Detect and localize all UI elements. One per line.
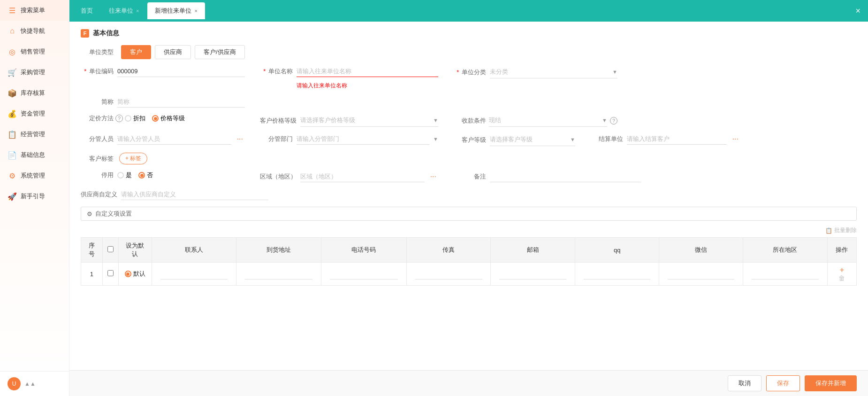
row-default-radio[interactable]	[125, 271, 131, 277]
row-phone-input[interactable]	[330, 268, 397, 280]
row-qq-input[interactable]	[584, 268, 650, 280]
row-fax-input[interactable]	[415, 268, 482, 280]
department-input[interactable]	[297, 133, 429, 145]
row-phone[interactable]	[321, 263, 406, 286]
region-input[interactable]	[300, 171, 425, 182]
pricing-discount-radio[interactable]	[125, 115, 131, 122]
col-action: 操作	[827, 238, 856, 263]
customer-price-select[interactable]: 请选择客户价格等级 ▼	[300, 114, 438, 127]
tab-new-partner[interactable]: 新增往来单位 ×	[147, 2, 205, 19]
row-wechat[interactable]	[659, 263, 743, 286]
col-phone: 电话号码	[321, 238, 406, 263]
pricing-discount-option[interactable]: 折扣	[125, 114, 145, 123]
tab-home[interactable]: 首页	[73, 2, 100, 19]
row-supervisor: 分管人员 ··· 分管部门 ▼ 客户等级 请选择客户等级 ▼ 结算单位	[81, 133, 857, 146]
row-select-checkbox[interactable]	[107, 270, 114, 276]
settlement-input[interactable]	[627, 133, 727, 145]
row-disabled-region: 停用 是 否 区域（地区） ···	[81, 171, 857, 182]
row-contact-input[interactable]	[160, 268, 228, 280]
field-settlement: 结算单位 ···	[590, 133, 740, 145]
row-wechat-input[interactable]	[668, 268, 734, 280]
row-address-input[interactable]	[245, 268, 312, 280]
disabled-no-option[interactable]: 否	[138, 171, 153, 179]
row-location-input[interactable]	[752, 268, 819, 280]
pricing-level-radio[interactable]	[152, 115, 159, 122]
save-button[interactable]: 保存	[766, 375, 800, 391]
sidebar-item-label: 搜索菜单	[21, 6, 45, 15]
cancel-button[interactable]: 取消	[728, 375, 761, 391]
custom-settings-btn[interactable]: ⚙ 自定义项设置	[81, 207, 857, 221]
supplier-custom-input[interactable]	[121, 189, 268, 200]
unit-code-input[interactable]	[117, 66, 245, 77]
sidebar-item-finance[interactable]: 💰 资金管理	[0, 103, 69, 124]
supervisor-more-btn[interactable]: ···	[235, 135, 245, 143]
action-bar: 取消 保存 保存并新增	[69, 370, 868, 396]
remark-input[interactable]	[490, 171, 641, 182]
disabled-no-label: 否	[147, 171, 153, 179]
section-icon: F	[81, 29, 89, 38]
sidebar-item-purchase[interactable]: 🛒 采购管理	[0, 62, 69, 83]
unit-category-arrow: ▼	[612, 69, 617, 75]
sidebar-item-operation[interactable]: 📋 经营管理	[0, 124, 69, 145]
field-customer-price: 客户价格等级 请选择客户价格等级 ▼	[260, 114, 438, 127]
row-contact[interactable]	[152, 263, 236, 286]
unit-type-both-btn[interactable]: 客户/供应商	[195, 45, 245, 59]
save-new-button[interactable]: 保存并新增	[805, 375, 857, 391]
unit-name-input[interactable]	[297, 66, 438, 77]
sidebar-item-search-menu[interactable]: ☰ 搜索菜单	[0, 0, 69, 21]
sidebar-item-quick-nav[interactable]: ⌂ 快捷导航	[0, 21, 69, 41]
disabled-no-radio[interactable]	[138, 172, 145, 179]
bulk-delete-label[interactable]: 批量删除	[834, 226, 857, 234]
sidebar-item-sales[interactable]: ◎ 销售管理	[0, 41, 69, 62]
unit-type-customer-btn[interactable]: 客户	[121, 45, 151, 59]
pricing-level-option[interactable]: 价格等级	[152, 114, 185, 123]
tab-new-partner-close[interactable]: ×	[194, 8, 197, 14]
row-address[interactable]	[236, 263, 321, 286]
row-delete-btn[interactable]: 🗑	[838, 274, 845, 282]
payment-terms-help-icon[interactable]: ?	[610, 117, 617, 124]
disabled-yes-option[interactable]: 是	[117, 171, 132, 179]
add-tag-btn[interactable]: + 标签	[119, 153, 147, 164]
customer-level-select[interactable]: 请选择客户等级 ▼	[490, 133, 575, 146]
row-checkbox[interactable]	[102, 263, 118, 286]
unit-name-error-msg: 请输入往来单位名称	[297, 82, 347, 90]
table-header-row: 序号 设为默认 联系人 到货地址 电话号码 传真 邮箱 qq 微信 所在地区 操…	[81, 238, 857, 263]
field-unit-name: * 单位名称 请输入往来单位名称	[260, 66, 438, 90]
unit-type-supplier-btn[interactable]: 供应商	[155, 45, 191, 59]
customer-level-label: 客户等级	[453, 136, 486, 144]
tab-bar-global-close[interactable]: ×	[852, 4, 864, 18]
sidebar-item-system[interactable]: ⚙ 系统管理	[0, 165, 69, 186]
settlement-more-btn[interactable]: ···	[731, 135, 740, 143]
sidebar-item-new-guide[interactable]: 🚀 新手引导	[0, 186, 69, 207]
row-add-btn[interactable]: +	[840, 266, 844, 274]
pricing-method-label: 定价方法	[81, 114, 114, 123]
remark-label: 备注	[453, 172, 486, 181]
sidebar-item-label: 销售管理	[21, 47, 45, 56]
tab-partners-close[interactable]: ×	[136, 8, 139, 14]
row-email-input[interactable]	[499, 268, 566, 280]
tab-partners[interactable]: 往来单位 ×	[101, 2, 146, 19]
region-more-btn[interactable]: ···	[428, 172, 438, 181]
row-qq[interactable]	[575, 263, 659, 286]
row-customer-tag: 客户标签 + 标签	[81, 153, 857, 164]
row-fax[interactable]	[406, 263, 491, 286]
col-wechat: 微信	[659, 238, 743, 263]
sidebar-item-basic-info[interactable]: 📄 基础信息	[0, 145, 69, 165]
sidebar-item-label: 基础信息	[21, 151, 45, 159]
pricing-help-icon[interactable]: ?	[115, 115, 123, 122]
payment-terms-select[interactable]: 现结 ▼	[489, 114, 607, 127]
disabled-yes-radio[interactable]	[117, 172, 124, 179]
row-pricing: 定价方法 ? 折扣 价格等级 客户价格等级 请	[81, 114, 857, 127]
custom-settings-label: 自定义项设置	[95, 210, 132, 218]
row-default-radio-item[interactable]: 默认	[123, 270, 147, 278]
sidebar-item-inventory[interactable]: 📦 库存核算	[0, 83, 69, 103]
select-all-checkbox[interactable]	[107, 246, 114, 252]
bulk-delete-area: 📋 批量删除	[81, 226, 857, 234]
row-location[interactable]	[743, 263, 828, 286]
abbr-input[interactable]	[117, 96, 245, 108]
row-email[interactable]	[491, 263, 575, 286]
sidebar-item-label: 系统管理	[21, 171, 45, 180]
customer-level-placeholder: 请选择客户等级	[490, 135, 533, 144]
supervisor-input[interactable]	[117, 133, 231, 145]
unit-category-select[interactable]: 未分类 ▼	[490, 66, 617, 78]
